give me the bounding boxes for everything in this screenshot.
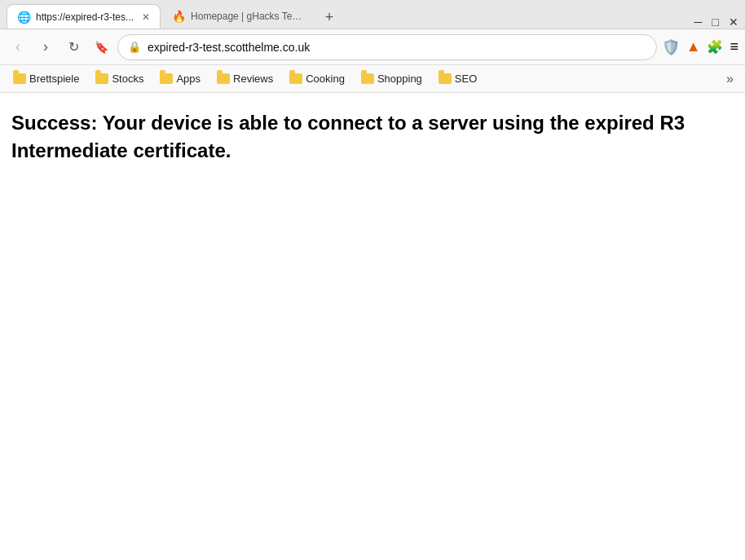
folder-icon (95, 73, 108, 84)
address-bar[interactable]: 🔒 expired-r3-test.scotthelme.co.uk (117, 34, 657, 60)
extensions-icon[interactable]: 🧩 (707, 39, 723, 55)
back-icon: ‹ (15, 38, 20, 55)
folder-icon (13, 73, 26, 84)
bookmark-label: Reviews (233, 73, 273, 85)
reload-icon: ↻ (68, 39, 79, 55)
minimize-button[interactable]: ─ (694, 15, 703, 29)
page-content: Success: Your device is able to connect … (0, 93, 745, 527)
browser-action-icons: 🛡️ ▲ 🧩 ≡ (662, 38, 738, 56)
bookmark-label: SEO (455, 73, 477, 85)
tab-bar: 🌐 https://expired-r3-tes... ✕ 🔥 Homepage… (0, 0, 745, 29)
bookmark-shopping[interactable]: Shopping (355, 71, 429, 86)
bookmark-apps[interactable]: Apps (153, 71, 207, 86)
back-button[interactable]: ‹ (7, 36, 29, 59)
bookmarks-bar: Brettspiele Stocks Apps Reviews Cooking … (0, 65, 745, 93)
address-bar-row: ‹ › ↻ 🔖 🔒 expired-r3-test.scotthelme.co.… (0, 29, 745, 65)
update-icon[interactable]: ▲ (686, 38, 701, 55)
more-bookmarks-button[interactable]: » (721, 70, 738, 88)
bookmark-reviews[interactable]: Reviews (210, 71, 280, 86)
tab-active[interactable]: 🌐 https://expired-r3-tes... ✕ (7, 4, 161, 29)
url-text: expired-r3-test.scotthelme.co.uk (148, 41, 646, 54)
bookmark-label: Stocks (112, 73, 143, 85)
brave-shield-icon[interactable]: 🛡️ (662, 38, 680, 56)
bookmark-cooking[interactable]: Cooking (283, 71, 351, 86)
folder-icon (439, 73, 452, 84)
reload-button[interactable]: ↻ (62, 36, 85, 59)
folder-icon (361, 73, 374, 84)
bookmark-label: Brettspiele (29, 73, 79, 85)
window-controls: ─ □ ✕ (694, 15, 738, 29)
bookmark-brettspiele[interactable]: Brettspiele (7, 71, 86, 86)
forward-icon: › (43, 38, 48, 55)
bookmark-label: Cooking (306, 73, 345, 85)
folder-icon (289, 73, 302, 84)
maximize-button[interactable]: □ (712, 15, 719, 29)
new-tab-button[interactable]: + (318, 6, 341, 29)
tab-inactive[interactable]: 🔥 Homepage | gHacks Tech... (162, 4, 315, 29)
forward-button[interactable]: › (34, 36, 57, 59)
bookmark-icon: 🔖 (95, 41, 108, 54)
bookmark-label: Apps (176, 73, 201, 85)
menu-icon[interactable]: ≡ (730, 38, 738, 55)
tab2-favicon: 🔥 (172, 10, 186, 23)
tab-favicon: 🌐 (17, 11, 31, 24)
close-button[interactable]: ✕ (729, 15, 738, 29)
folder-icon (160, 73, 173, 84)
tab-close-button[interactable]: ✕ (142, 11, 150, 23)
bookmark-label: Shopping (377, 73, 422, 85)
tab-title: https://expired-r3-tes... (36, 11, 134, 23)
bookmark-stocks[interactable]: Stocks (89, 71, 150, 86)
lock-icon: 🔒 (128, 41, 141, 53)
bookmark-seo[interactable]: SEO (432, 71, 483, 86)
success-message: Success: Your device is able to connect … (11, 109, 712, 164)
tab2-title: Homepage | gHacks Tech... (191, 11, 305, 22)
bookmark-button[interactable]: 🔖 (90, 36, 112, 59)
folder-icon (217, 73, 230, 84)
new-tab-icon: + (325, 9, 334, 26)
